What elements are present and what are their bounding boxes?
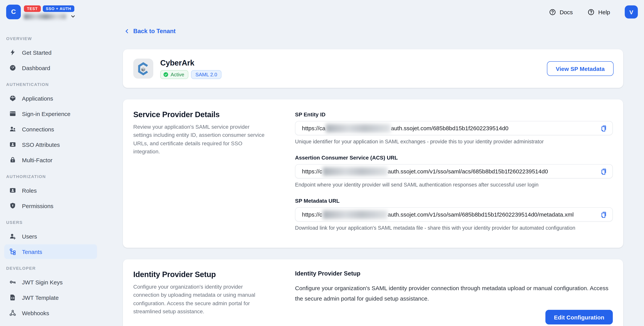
workspace-logo: C xyxy=(6,5,21,19)
app-info: CyberArk Active SAML 2.0 xyxy=(160,58,222,79)
edit-configuration-button[interactable]: Edit Configuration xyxy=(546,310,613,324)
panel-title: Identity Provider Setup xyxy=(295,270,613,277)
field-label: SP Metadata URL xyxy=(295,198,613,204)
cyberark-logo-icon xyxy=(137,62,150,75)
sidebar-item-jwt-sigin-keys[interactable]: JWT Sigin Keys xyxy=(4,275,97,289)
id-card-icon xyxy=(9,187,16,194)
sidebar-item-label: Tenants xyxy=(22,248,42,255)
lock-icon xyxy=(9,156,16,163)
user-plus-icon xyxy=(9,233,16,240)
field-help: Download link for your application's SAM… xyxy=(295,225,613,231)
identity-provider-setup-card: Identity Provider Setup Configure your o… xyxy=(123,259,623,326)
url-suffix: auth.ssojet.com/v1/sso/saml/685b8bd15b1f… xyxy=(388,211,574,218)
sidebar-item-label: JWT Sigin Keys xyxy=(22,279,62,285)
sp-entity-id-value[interactable]: https://caauth.ssojet.com/685b8bd15b1f26… xyxy=(295,121,613,135)
nav-section-users: USERS xyxy=(6,220,94,225)
redacted-segment xyxy=(322,167,387,176)
sidebar-item-label: Connections xyxy=(22,126,54,132)
sidebar-item-dashboard[interactable]: Dashboard xyxy=(4,61,97,75)
sidebar-item-label: Get Started xyxy=(22,49,52,56)
sp-details-fields: SP Entity ID https://caauth.ssojet.com/6… xyxy=(295,110,613,231)
lightning-icon xyxy=(9,49,16,56)
field-label: Assertion Consumer Service (ACS) URL xyxy=(295,155,613,161)
service-provider-details-card: Service Provider Details Review your app… xyxy=(123,99,623,248)
sidebar-item-sso-attributes[interactable]: SSO Attributes xyxy=(4,137,97,152)
workspace-meta: TEST SSO + AUTH xyxy=(24,5,76,19)
chevron-left-icon xyxy=(124,29,130,34)
sidebar-item-roles[interactable]: Roles xyxy=(4,183,97,198)
back-to-tenant-link[interactable]: Back to Tenant xyxy=(124,28,176,35)
sidebar-item-label: Roles xyxy=(22,187,37,194)
code-file-icon xyxy=(9,294,16,301)
sp-metadata-url-value[interactable]: https://cauth.ssojet.com/v1/sso/saml/685… xyxy=(295,207,613,222)
copy-button[interactable] xyxy=(600,211,608,218)
sidebar-item-get-started[interactable]: Get Started xyxy=(4,45,97,60)
redacted-segment xyxy=(326,124,390,132)
webhook-icon xyxy=(9,309,16,316)
url-prefix: https://c xyxy=(302,211,322,218)
sp-entity-id-field: SP Entity ID https://caauth.ssojet.com/6… xyxy=(295,111,613,145)
gauge-icon xyxy=(9,64,16,71)
copy-icon xyxy=(600,124,608,132)
sidebar-item-label: SSO Attributes xyxy=(22,141,60,148)
sidebar-item-permissions[interactable]: Permissions xyxy=(4,198,97,213)
chevron-down-icon xyxy=(70,14,76,19)
app-logo xyxy=(133,59,153,79)
plan-badge-sso-auth: SSO + AUTH xyxy=(43,6,74,12)
cube-icon xyxy=(9,95,16,102)
url-suffix: auth.ssojet.com/685b8bd15b1f2602239514d0 xyxy=(391,125,508,131)
app-window: C TEST SSO + AUTH OVERVIEW Get Started xyxy=(0,0,644,326)
url-prefix: https://ca xyxy=(302,125,326,131)
sidebar-item-label: JWT Template xyxy=(22,294,59,301)
shield-icon xyxy=(9,202,16,209)
workspace-name-redacted xyxy=(24,14,66,19)
acs-url-field: Assertion Consumer Service (ACS) URL htt… xyxy=(295,155,613,188)
sidebar-item-label: Users xyxy=(22,233,37,239)
sidebar-item-jwt-template[interactable]: JWT Template xyxy=(4,290,97,305)
copy-button[interactable] xyxy=(600,167,608,175)
section-description: Review your application's SAML service p… xyxy=(133,123,269,156)
back-link-label: Back to Tenant xyxy=(133,28,176,35)
view-sp-metadata-button[interactable]: View SP Metadata xyxy=(547,61,614,76)
browser-window-icon xyxy=(9,110,16,117)
idp-setup-intro: Identity Provider Setup Configure your o… xyxy=(133,270,295,326)
sidebar-item-label: Sign-in Experience xyxy=(22,110,70,117)
sp-details-intro: Service Provider Details Review your app… xyxy=(133,110,295,231)
status-badge-label: Active xyxy=(171,72,184,77)
sidebar-item-multi-factor[interactable]: Multi-Factor xyxy=(4,153,97,167)
id-card-icon xyxy=(9,141,16,148)
tree-icon xyxy=(9,248,16,255)
app-header-card: CyberArk Active SAML 2.0 View SP Metadat… xyxy=(123,49,623,88)
sp-metadata-url-field: SP Metadata URL https://cauth.ssojet.com… xyxy=(295,198,613,231)
status-badge: Active xyxy=(160,70,188,79)
main-content: Back to Tenant CyberArk Active SAML 2.0 … xyxy=(100,0,644,326)
sidebar-item-users[interactable]: Users xyxy=(4,229,97,243)
sidebar-item-webhooks[interactable]: Webhooks xyxy=(4,305,97,320)
sidebar-item-connections[interactable]: Connections xyxy=(4,122,97,136)
section-title: Service Provider Details xyxy=(133,110,295,119)
redacted-segment xyxy=(322,210,387,219)
workspace-name-row[interactable] xyxy=(24,14,76,19)
section-title: Identity Provider Setup xyxy=(133,270,295,279)
sidebar-item-tenants[interactable]: Tenants xyxy=(4,244,97,259)
url-prefix: https://c xyxy=(302,168,322,175)
nav-section-authentication: AUTHENTICATION xyxy=(6,82,94,87)
nav-section-developer: DEVELOPER xyxy=(6,266,94,270)
workspace-switcher[interactable]: C TEST SSO + AUTH xyxy=(0,0,100,22)
copy-button[interactable] xyxy=(600,124,608,132)
app-badges: Active SAML 2.0 xyxy=(160,70,222,79)
sidebar-item-applications[interactable]: Applications xyxy=(4,91,97,106)
sidebar-item-sign-in-experience[interactable]: Sign-in Experience xyxy=(4,106,97,121)
workspace-badges: TEST SSO + AUTH xyxy=(24,6,76,12)
acs-url-value[interactable]: https://cauth.ssojet.com/v1/sso/saml/acs… xyxy=(295,164,613,178)
key-icon xyxy=(9,279,16,285)
field-label: SP Entity ID xyxy=(295,111,613,118)
copy-icon xyxy=(600,211,608,218)
users-icon xyxy=(9,126,16,133)
sidebar-nav: OVERVIEW Get Started Dashboard AUTHENTIC… xyxy=(0,22,100,320)
protocol-badge: SAML 2.0 xyxy=(191,70,222,79)
sidebar-item-label: Applications xyxy=(22,95,53,102)
sidebar-item-label: Multi-Factor xyxy=(22,157,52,163)
idp-setup-panel: Identity Provider Setup Configure your o… xyxy=(295,270,613,326)
field-help: Unique identifier for your application i… xyxy=(295,139,613,145)
